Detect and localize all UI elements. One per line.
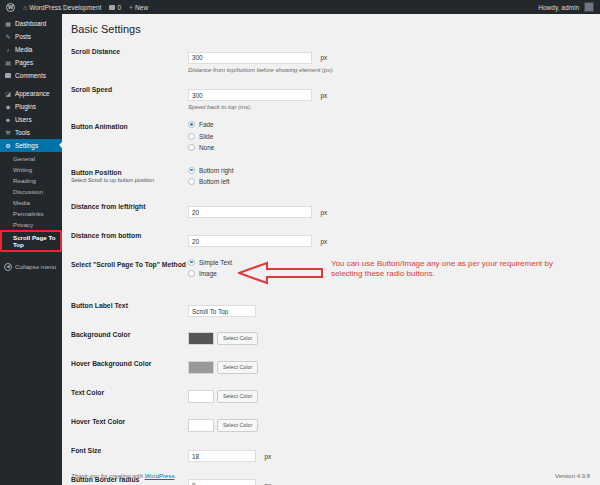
hover-background-color-swatch[interactable] — [188, 361, 214, 374]
sidebar-item-plugins[interactable]: ◆ Plugins — [0, 100, 62, 113]
admin-bar: W ⌂ WordPress Development 0 + New Howdy,… — [0, 0, 600, 14]
row-hover-text-color: Hover Text Color Select Color — [71, 416, 590, 434]
sidebar-item-dashboard[interactable]: ▦ Dashboard — [0, 17, 62, 30]
admin-sidebar: ▦ Dashboard ✎ Posts ♪ Media ▤ Pages Comm… — [0, 14, 62, 485]
border-radius-input[interactable] — [188, 479, 256, 485]
text-color-select-button[interactable]: Select Color — [217, 390, 258, 403]
submenu-item-writing[interactable]: Writing — [0, 164, 62, 175]
radio-bottom-left[interactable]: Bottom left — [188, 178, 590, 185]
wordpress-footer-link[interactable]: WordPress — [145, 473, 175, 479]
sidebar-item-appearance[interactable]: ◪ Appearance — [0, 87, 62, 100]
collapse-menu-button[interactable]: ◀ Collapse menu — [0, 260, 62, 273]
comments-icon — [4, 73, 12, 79]
button-animation-label: Button Animation — [71, 121, 188, 130]
plus-icon: + — [129, 4, 133, 11]
submenu-item-media[interactable]: Media — [0, 197, 62, 208]
sidebar-item-users[interactable]: ☻ Users — [0, 113, 62, 126]
sidebar-item-comments[interactable]: Comments — [0, 69, 62, 82]
wordpress-logo-button[interactable]: W — [6, 3, 15, 12]
sidebar-item-tools[interactable]: ⚒ Tools — [0, 126, 62, 139]
submenu-item-general[interactable]: General — [0, 153, 62, 164]
row-hover-background-color: Hover Background Color Select Color — [71, 358, 590, 376]
plugins-icon: ◆ — [4, 103, 12, 110]
site-name-link[interactable]: ⌂ WordPress Development — [23, 4, 101, 11]
sidebar-item-label: Dashboard — [15, 20, 46, 27]
radio-fade-label: Fade — [199, 121, 214, 128]
scroll-distance-label: Scroll Distance — [71, 46, 188, 55]
footer-thanks-text: Thank you for creating with — [71, 473, 145, 479]
annotation-text: You can use Button/Image any one as per … — [331, 259, 559, 280]
site-name-label: WordPress Development — [29, 4, 101, 11]
sidebar-item-label: Posts — [15, 33, 31, 40]
distance-lr-input[interactable] — [188, 206, 312, 218]
row-button-label-text: Button Label Text — [71, 300, 590, 318]
row-distance-bottom: Distance from bottom px — [71, 230, 590, 248]
hover-background-color-select-button[interactable]: Select Color — [217, 361, 258, 374]
button-position-label: Button Position — [71, 169, 188, 176]
new-label: New — [135, 4, 148, 11]
submenu-item-privacy[interactable]: Privacy — [0, 219, 62, 230]
radio-fade[interactable]: Fade — [188, 121, 590, 128]
radio-button-icon — [188, 167, 195, 174]
row-scroll-distance: Scroll Distance px Distance from top/bot… — [71, 46, 590, 73]
hover-text-color-select-button[interactable]: Select Color — [217, 419, 258, 432]
howdy-admin-menu[interactable]: Howdy, admin — [538, 2, 594, 12]
tools-icon: ⚒ — [4, 129, 12, 136]
scroll-distance-description: Distance from top/bottom before showing … — [188, 67, 590, 73]
admin-bar-comments[interactable]: 0 — [109, 4, 121, 11]
radio-slide-label: Slide — [199, 133, 213, 140]
wordpress-logo-icon: W — [6, 3, 15, 12]
background-color-select-button[interactable]: Select Color — [217, 332, 258, 345]
scroll-distance-input[interactable] — [188, 52, 312, 64]
admin-footer: Thank you for creating with WordPress. V… — [71, 473, 590, 479]
settings-submenu: General Writing Reading Discussion Media… — [0, 152, 62, 254]
footer-thanks-period: . — [174, 473, 176, 479]
distance-bottom-input[interactable] — [188, 235, 312, 247]
row-button-position: Button Position Select Scroll to up butt… — [71, 167, 590, 190]
text-color-swatch[interactable] — [188, 390, 214, 403]
sidebar-item-label: Media — [15, 46, 32, 53]
method-label: Select "Scroll Page To Top" Method — [71, 259, 188, 268]
submenu-item-permalinks[interactable]: Permalinks — [0, 208, 62, 219]
appearance-icon: ◪ — [4, 90, 12, 97]
radio-button-icon — [188, 270, 195, 277]
button-label-text-input[interactable] — [188, 305, 256, 317]
admin-bar-new[interactable]: + New — [129, 4, 148, 11]
sidebar-item-label: Appearance — [15, 90, 49, 97]
row-distance-lr: Distance from left/right px — [71, 201, 590, 219]
radio-none[interactable]: None — [188, 144, 590, 151]
sidebar-item-posts[interactable]: ✎ Posts — [0, 30, 62, 43]
submenu-item-reading[interactable]: Reading — [0, 175, 62, 186]
media-icon: ♪ — [4, 47, 12, 53]
radio-bottom-left-label: Bottom left — [199, 178, 230, 185]
sidebar-item-media[interactable]: ♪ Media — [0, 43, 62, 56]
radio-image[interactable]: Image — [188, 270, 232, 277]
sidebar-item-settings[interactable]: ⚙ Settings — [0, 139, 62, 152]
scroll-speed-input[interactable] — [188, 89, 312, 101]
hover-text-color-label: Hover Text Color — [71, 416, 188, 425]
submenu-item-discussion[interactable]: Discussion — [0, 186, 62, 197]
radio-button-icon — [188, 144, 195, 151]
sidebar-item-label: Plugins — [15, 103, 36, 110]
howdy-label: Howdy, admin — [538, 4, 579, 11]
radio-bottom-right[interactable]: Bottom right — [188, 167, 590, 174]
background-color-swatch[interactable] — [188, 332, 214, 345]
sidebar-item-pages[interactable]: ▤ Pages — [0, 56, 62, 69]
radio-button-icon — [188, 121, 195, 128]
radio-simple-text[interactable]: Simple Text — [188, 259, 232, 266]
red-arrow-left-icon — [238, 261, 324, 289]
row-background-color: Background Color Select Color — [71, 329, 590, 347]
background-color-label: Background Color — [71, 329, 188, 338]
radio-slide[interactable]: Slide — [188, 133, 590, 140]
radio-none-label: None — [199, 144, 214, 151]
sidebar-item-label: Tools — [15, 129, 30, 136]
font-size-input[interactable] — [188, 450, 256, 462]
users-icon: ☻ — [4, 117, 12, 123]
sidebar-item-label: Users — [15, 116, 32, 123]
px-suffix: px — [264, 482, 271, 485]
radio-image-label: Image — [199, 270, 217, 277]
submenu-item-scroll-page-to-top[interactable]: Scroll Page To Top — [0, 230, 62, 252]
comment-count: 0 — [117, 4, 121, 11]
hover-text-color-swatch[interactable] — [188, 419, 214, 432]
comments-icon — [109, 5, 115, 10]
